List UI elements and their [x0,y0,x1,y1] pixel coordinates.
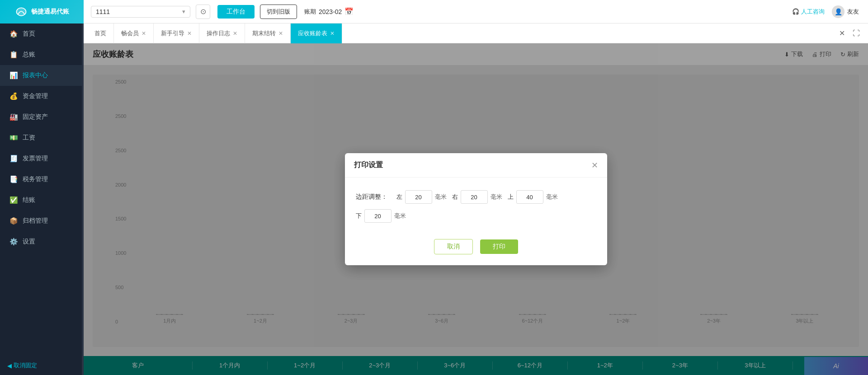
tabs-actions: ✕ ⛶ [835,27,864,40]
tab-close-ar-aging[interactable]: ✕ [330,30,335,37]
switch-version-button[interactable]: 切到旧版 [260,5,297,19]
sidebar-label-checkout: 结账 [23,196,35,204]
print-confirm-button[interactable]: 打印 [480,239,518,254]
workbench-button[interactable]: 工作台 [217,5,255,19]
archive-icon-btn[interactable]: ⊙ [196,5,210,19]
logo-area: 畅捷通易代账 [0,0,84,23]
consult-button[interactable]: 🎧 人工咨询 [792,8,825,16]
company-dropdown-icon: ▾ [182,8,185,15]
sidebar-item-home[interactable]: 🏠 首页 [0,23,84,44]
sidebar-label-invoice: 发票管理 [23,155,48,163]
user-avatar: 👤 [832,5,844,18]
margin-right-label: 右 [452,193,458,201]
ledger-icon: 📋 [9,50,18,59]
header-middle: 1111 ▾ ⊙ 工作台 切到旧版 账期 2023-02 📅 [84,5,792,19]
margin-top-item: 上 毫米 [508,190,558,204]
margin-left-item: 左 毫米 [396,190,447,204]
sidebar-label-funds: 资金管理 [23,92,48,100]
margin-bottom-input[interactable] [364,209,392,223]
main-layout: 🏠 首页 📋 总账 📊 报表中心 💰 资金管理 🏭 固定资产 💵 工资 🧾 发票… [0,23,868,375]
sidebar-label-archive: 归档管理 [23,217,48,225]
tab-label-member: 畅会员 [121,29,139,38]
sidebar-item-tax[interactable]: 📑 税务管理 [0,169,84,190]
archive-sidebar-icon: 📦 [9,216,18,225]
tab-home[interactable]: 首页 [87,23,114,43]
dialog-footer: 取消 打印 [345,232,607,265]
tab-label-guide: 新手引导 [161,29,184,38]
tax-icon: 📑 [9,175,18,184]
tab-oplog[interactable]: 操作日志 ✕ [199,23,245,43]
period-area: 账期 2023-02 📅 [304,7,354,16]
margin-bottom-label: 下 [356,212,362,220]
app-logo-text: 畅捷通易代账 [31,8,69,16]
sidebar: 🏠 首页 📋 总账 📊 报表中心 💰 资金管理 🏭 固定资产 💵 工资 🧾 发票… [0,23,84,375]
dialog-header: 打印设置 ✕ [345,153,607,178]
tab-close-period-end[interactable]: ✕ [278,30,283,37]
salary-icon: 💵 [9,133,18,142]
headset-icon: 🎧 [792,8,799,15]
tab-label-oplog: 操作日志 [207,29,230,38]
page-content: 应收账龄表 ⬇ 下载 🖨 打印 ↻ 刷新 [84,43,868,375]
sidebar-label-tax: 税务管理 [23,175,48,183]
sidebar-item-assets[interactable]: 🏭 固定资产 [0,107,84,127]
home-icon: 🏠 [9,29,18,38]
user-area[interactable]: 👤 友友 [832,5,859,18]
period-label: 账期 [304,8,316,16]
sidebar-item-ledger[interactable]: 📋 总账 [0,44,84,65]
collapse-icon: ◀ [7,362,12,369]
sidebar-item-salary[interactable]: 💵 工资 [0,127,84,148]
sidebar-item-funds[interactable]: 💰 资金管理 [0,86,84,107]
avatar-icon: 👤 [835,8,842,15]
sidebar-label-ledger: 总账 [23,51,35,59]
tab-close-oplog[interactable]: ✕ [233,30,237,37]
user-name: 友友 [847,8,859,16]
tab-guide[interactable]: 新手引导 ✕ [154,23,199,43]
tab-label-period-end: 期末结转 [252,29,276,38]
content-area: 首页 畅会员 ✕ 新手引导 ✕ 操作日志 ✕ 期末结转 ✕ 应收账龄表 ✕ [84,23,868,375]
sidebar-label-assets: 固定资产 [23,113,48,121]
margin-bottom-item: 下 毫米 [356,209,406,223]
tab-label-home: 首页 [94,29,106,38]
sidebar-item-archive[interactable]: 📦 归档管理 [0,211,84,231]
logo-icon [15,5,28,18]
margin-right-unit: 毫米 [491,193,502,201]
dialog-title: 打印设置 [354,160,383,170]
margin-top-label: 上 [508,193,514,201]
cancel-button[interactable]: 取消 [434,239,473,254]
margin-row: 边距调整： 左 毫米 右 毫米 [356,190,596,223]
company-name: 1111 [96,8,179,15]
company-selector[interactable]: 1111 ▾ [91,6,190,18]
sidebar-collapse-btn[interactable]: ◀ 取消固定 [0,356,84,375]
assets-icon: 🏭 [9,112,18,122]
margin-left-unit: 毫米 [435,193,447,201]
archive-icon: ⊙ [200,7,206,16]
margin-right-input[interactable] [461,190,488,204]
period-value: 2023-02 [319,8,342,15]
invoice-icon: 🧾 [9,154,18,163]
print-settings-dialog: 打印设置 ✕ 边距调整： 左 毫米 右 [345,153,607,265]
margin-left-input[interactable] [405,190,432,204]
sidebar-label-salary: 工资 [23,134,35,142]
dialog-close-button[interactable]: ✕ [591,161,598,169]
sidebar-item-checkout[interactable]: ✅ 结账 [0,190,84,211]
tab-close-member[interactable]: ✕ [142,30,146,37]
sidebar-item-invoice[interactable]: 🧾 发票管理 [0,148,84,169]
tab-label-ar-aging: 应收账龄表 [298,29,327,38]
tab-close-guide[interactable]: ✕ [187,30,192,37]
sidebar-label-reports: 报表中心 [23,71,48,80]
sidebar-item-settings[interactable]: ⚙️ 设置 [0,231,84,252]
tabs-expand-btn[interactable]: ⛶ [850,27,863,40]
margin-left-label: 左 [396,193,402,201]
sidebar-label-settings: 设置 [23,238,35,246]
tab-period-end[interactable]: 期末结转 ✕ [245,23,291,43]
tabs-close-all-btn[interactable]: ✕ [835,27,848,40]
top-header: 畅捷通易代账 1111 ▾ ⊙ 工作台 切到旧版 账期 2023-02 📅 🎧 … [0,0,868,23]
tab-ar-aging[interactable]: 应收账龄表 ✕ [291,23,342,43]
margin-label: 边距调整： [356,193,387,201]
calendar-icon[interactable]: 📅 [344,7,354,16]
margin-top-input[interactable] [516,190,543,204]
sidebar-item-reports[interactable]: 📊 报表中心 [0,65,84,86]
margin-bottom-unit: 毫米 [394,212,406,220]
funds-icon: 💰 [9,92,18,101]
tab-member[interactable]: 畅会员 ✕ [114,23,154,43]
